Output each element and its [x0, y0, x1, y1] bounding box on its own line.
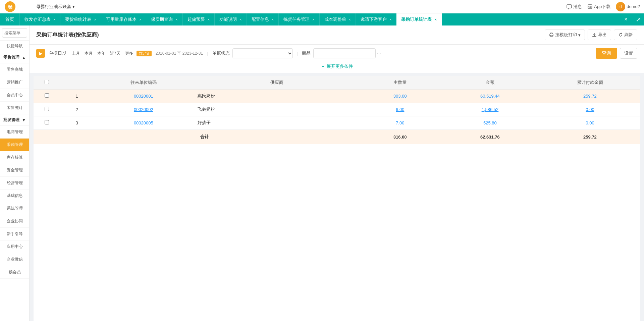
select-all-checkbox[interactable] — [45, 80, 49, 84]
tabs-fullscreen-btn[interactable]: ⤢ — [632, 13, 644, 25]
goods-filter-input[interactable] — [313, 48, 376, 58]
sidebar-item-newbie-guide[interactable]: 新手引导 — [0, 228, 29, 240]
sidebar-item-ecommerce-mgmt[interactable]: 电商管理 — [0, 126, 29, 139]
page-header: 采购订单统计表(按供应商) 按模板打印 ▾ 导出 刷新 — [30, 25, 644, 45]
sidebar-item-member[interactable]: 畅会员 — [0, 266, 29, 279]
tab-keyongliangkucunzhangben[interactable]: 可用量库存账本 × — [101, 13, 146, 25]
expand-more-btn[interactable]: 展开更多条件 — [321, 63, 353, 69]
tabs-close-btn[interactable]: × — [620, 13, 632, 25]
sidebar-item-enterprise-collab[interactable]: 企业协同 — [0, 215, 29, 228]
row-amount-2[interactable]: 525.80 — [440, 116, 540, 129]
svg-text:畅: 畅 — [8, 4, 12, 9]
expand-icon — [321, 64, 325, 69]
row-check-0[interactable] — [34, 89, 60, 103]
tab-chaocuyujing[interactable]: 超储预警 × — [183, 13, 215, 25]
row-code-2[interactable]: 00020005 — [94, 116, 194, 129]
user-profile[interactable]: d demo2 — [616, 2, 640, 11]
row-code-1[interactable]: 00020002 — [94, 103, 194, 116]
sidebar-item-marketing[interactable]: 营销推广 — [0, 76, 29, 89]
row-amount-1[interactable]: 1,586.52 — [440, 103, 540, 116]
row-paid-1[interactable]: 0.00 — [540, 103, 640, 116]
tab-yaogingxiayoukeh[interactable]: 邀请下游客户 × — [356, 13, 396, 25]
message-btn[interactable]: 消息 — [567, 4, 582, 10]
search-input[interactable] — [2, 28, 27, 38]
tab-paihuorenwuguanli[interactable]: 拣货任务管理 × — [279, 13, 319, 25]
sidebar-item-basic-info[interactable]: 基础信息 — [0, 190, 29, 202]
close-caigoudantongjibiao[interactable]: × — [434, 17, 436, 21]
message-icon — [567, 4, 572, 9]
sidebar-item-member-center[interactable]: 会员中心 — [0, 89, 29, 102]
row-code-0[interactable]: 00020001 — [94, 89, 194, 103]
app-download-btn[interactable]: App App下载 — [587, 4, 610, 10]
shortcut-this-year[interactable]: 本年 — [96, 50, 107, 57]
close-paihuorenwuguanli[interactable]: × — [312, 17, 314, 21]
shortcut-this-month[interactable]: 本月 — [83, 50, 94, 57]
sidebar-item-enterprise-wechat[interactable]: 企业微信 — [0, 253, 29, 266]
settings-btn[interactable]: 设置 — [620, 48, 637, 59]
sidebar-item-purchase-mgmt[interactable]: 采购管理 — [0, 139, 29, 151]
shortcut-last-month[interactable]: 上月 — [70, 50, 81, 57]
goods-filter-ellipsis[interactable]: ··· — [377, 51, 381, 56]
table-row: 3 00020005 好孩子 7.00 525.80 0.00 — [34, 116, 640, 129]
row-paid-2[interactable]: 0.00 — [540, 116, 640, 129]
close-yaogingxiayoukeh[interactable]: × — [389, 17, 391, 21]
row-check-1[interactable] — [34, 103, 60, 116]
row-paid-0[interactable]: 259.72 — [540, 89, 640, 103]
logo-icon: 畅 — [4, 1, 16, 13]
refresh-btn[interactable]: 刷新 — [614, 30, 637, 40]
tab-baoyuqichaxun[interactable]: 保质期查询 × — [146, 13, 182, 25]
tab-gongnengjiamiao[interactable]: 功能说明 × — [215, 13, 247, 25]
sidebar-item-ops-mgmt[interactable]: 经营管理 — [0, 177, 29, 190]
logo-area: 畅 — [4, 1, 34, 13]
close-gongnengjiamiao[interactable]: × — [239, 17, 241, 21]
workspace-name: 母婴行业演示账套 — [36, 4, 71, 10]
tab-caigoudantongjibiao[interactable]: 采购订单统计表 × — [396, 13, 441, 25]
row-index-0: 1 — [60, 89, 93, 103]
query-btn[interactable]: 查询 — [596, 48, 617, 59]
sidebar-item-app-center[interactable]: 应用中心 — [0, 240, 29, 253]
sidebar-item-retail-shop[interactable]: 零售商城 — [0, 63, 29, 76]
close-shoufahuizong[interactable]: × — [53, 17, 55, 21]
close-yaohuodantongjibiao[interactable]: × — [94, 17, 96, 21]
status-filter-select[interactable] — [232, 48, 293, 58]
custom-date-tag[interactable]: 自定义 — [137, 51, 152, 56]
row-index-1: 2 — [60, 103, 93, 116]
close-chenbentiaozhendan[interactable]: × — [349, 17, 351, 21]
close-keyongliangkucunzhangben[interactable]: × — [139, 17, 141, 21]
export-btn[interactable]: 导出 — [588, 30, 611, 40]
page-title: 采购订单统计表(按供应商) — [36, 32, 99, 43]
sidebar-item-retail-mgmt[interactable]: 零售管理 ▲ — [0, 52, 29, 63]
status-filter-wrap: 单据状态 — [212, 48, 293, 58]
tab-chenbentiaozhendan[interactable]: 成本调整单 × — [320, 13, 356, 25]
print-btn[interactable]: 按模板打印 ▾ — [545, 30, 585, 40]
expand-more-label: 展开更多条件 — [327, 63, 353, 69]
filter-more-row: 展开更多条件 — [36, 61, 637, 69]
row-check-2[interactable] — [34, 116, 60, 129]
workspace-selector[interactable]: 母婴行业演示账套 ▾ — [34, 4, 567, 10]
filter-toggle-btn[interactable]: ▶ — [36, 49, 45, 58]
sidebar-item-retail-stats[interactable]: 零售统计 — [0, 102, 29, 114]
footer-qty: 316.00 — [360, 129, 440, 144]
close-chaocuyujing[interactable]: × — [208, 17, 210, 21]
th-paid: 累计付款金额 — [540, 76, 640, 89]
row-qty-0[interactable]: 303.00 — [360, 89, 440, 103]
table-body: 1 00020001 惠氏奶粉 303.00 60,519.44 259.72 … — [34, 89, 640, 129]
tab-peizhi[interactable]: 配置信息 × — [247, 13, 279, 25]
sidebar-item-quick-nav[interactable]: 快捷导航 — [0, 41, 29, 52]
shortcut-7days[interactable]: 近7天 — [109, 50, 122, 57]
row-amount-0[interactable]: 60,519.44 — [440, 89, 540, 103]
tab-home[interactable]: 首页 — [0, 13, 20, 25]
close-baoyuqichaxun[interactable]: × — [175, 17, 177, 21]
content-area: 采购订单统计表(按供应商) 按模板打印 ▾ 导出 刷新 — [30, 25, 644, 321]
tab-shoufahuizong[interactable]: 收发存汇总表 × — [20, 13, 60, 25]
row-qty-1[interactable]: 6.00 — [360, 103, 440, 116]
sidebar-item-wholesale-mgmt[interactable]: 批发管理 ▼ — [0, 114, 29, 126]
close-peizhi[interactable]: × — [272, 17, 274, 21]
sidebar-item-system-mgmt[interactable]: 系统管理 — [0, 202, 29, 215]
sidebar-item-finance-mgmt[interactable]: 资金管理 — [0, 164, 29, 177]
row-qty-2[interactable]: 7.00 — [360, 116, 440, 129]
shortcut-more[interactable]: 更多 — [124, 50, 135, 57]
tab-yaohuodantongjibiao[interactable]: 要货单统计表 × — [60, 13, 101, 25]
sidebar-item-inventory-check[interactable]: 库存核算 — [0, 151, 29, 164]
th-check[interactable] — [34, 76, 60, 89]
